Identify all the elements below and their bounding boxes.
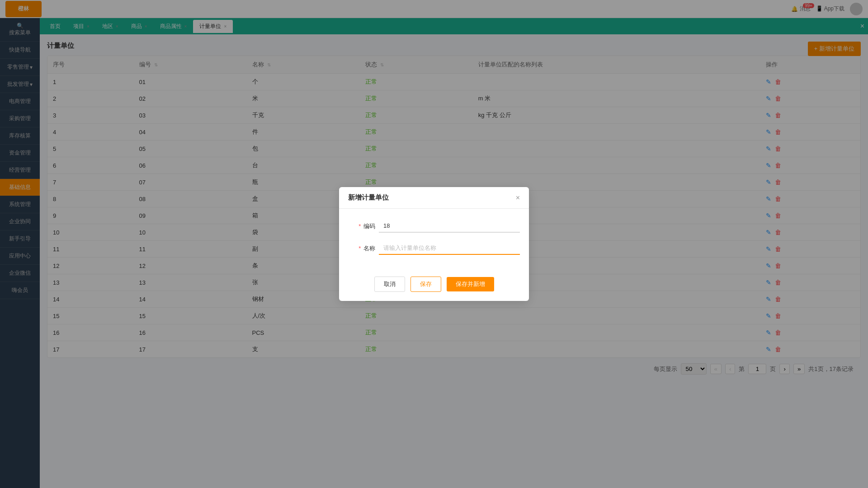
form-code-label: * 编码 [348,222,375,230]
modal-header: 新增计量单位 × [339,187,529,209]
modal-footer: 取消 保存 保存并新增 [339,271,529,301]
required-star-code: * [359,223,361,230]
add-unit-modal: 新增计量单位 × * 编码 * 名称 取消 保存 保存并新增 [339,187,529,301]
form-row-code: * 编码 [348,220,520,233]
required-star-name: * [359,245,361,252]
cancel-button[interactable]: 取消 [374,277,405,292]
save-button[interactable]: 保存 [410,277,441,292]
name-label-text: 名称 [363,245,375,252]
form-row-name: * 名称 [348,242,520,255]
modal-overlay: 新增计量单位 × * 编码 * 名称 取消 保存 保存并新增 [0,0,868,488]
code-label-text: 编码 [363,223,375,230]
form-name-label: * 名称 [348,244,375,253]
modal-close-button[interactable]: × [516,194,520,202]
code-input[interactable] [379,220,520,233]
modal-body: * 编码 * 名称 [339,209,529,271]
name-input[interactable] [379,242,520,255]
save-and-new-button[interactable]: 保存并新增 [447,277,494,291]
modal-title: 新增计量单位 [348,193,389,202]
